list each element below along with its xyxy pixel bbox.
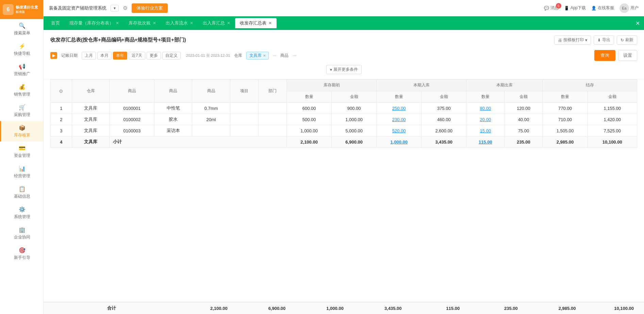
sidebar-item-quick[interactable]: ⚡ 快捷导航 <box>0 39 43 60</box>
tab-label: 首页 <box>51 20 60 26</box>
date-btn-last-month[interactable]: 上月 <box>82 52 96 60</box>
settings-btn[interactable]: 设置 <box>618 50 637 61</box>
tab-stock-dist[interactable]: 现存量（库存分布表） ✕ <box>65 18 124 28</box>
cell-dept <box>259 114 287 125</box>
cell-in-qty[interactable]: 250.00 <box>377 103 422 114</box>
sidebar-item-operations[interactable]: 📊 经营管理 <box>0 162 43 182</box>
cell-project <box>230 103 259 114</box>
tabs-close-all[interactable]: ✕ <box>634 19 641 28</box>
page-actions: 🖨 按模板打印 ▾ ⬇ 导出 ↻ 刷新 <box>554 35 637 45</box>
expand-icon: ▾ <box>330 67 332 72</box>
dropdown-label: ▾ <box>114 6 116 11</box>
tab-close-summary-io[interactable]: ✕ <box>227 21 230 26</box>
date-range-display: 2023-01-01 至 2023-12-31 <box>186 53 230 58</box>
tab-batch[interactable]: 库存批次账 ✕ <box>124 18 161 28</box>
tab-flow[interactable]: 出入库流水 ✕ <box>161 18 198 28</box>
cell-out-qty[interactable]: 20.00 <box>466 114 505 125</box>
cell-out-qty[interactable]: 15.00 <box>466 125 505 136</box>
sidebar-item-guide[interactable]: 🎯 新手引导 <box>0 244 43 264</box>
cell-in-qty[interactable]: 520.00 <box>377 125 422 136</box>
sidebar-item-system[interactable]: ⚙️ 系统管理 <box>0 203 43 223</box>
col-code-header: 商品 <box>110 80 154 103</box>
tab-recv-send[interactable]: 收发存汇总表 ✕ <box>235 18 277 28</box>
topbar-right: 💬 消息 6 📱 App下载 👤 在线客服 Ea 用户 <box>544 3 639 13</box>
sidebar: 6 畅捷通好生意 标准版 🔍 搜索菜单 ⚡ 快捷导航 📢 营销推广 💰 销售管理… <box>0 0 44 314</box>
sidebar-item-finance[interactable]: 💳 资金管理 <box>0 142 43 162</box>
table-row: 2 文具库 0100002 胶水 20ml 500.00 1,000.00 23… <box>51 114 637 125</box>
page-content: 收发存汇总表(按仓库+商品编码+商品+规格型号+项目+部门) 🖨 按模板打印 ▾… <box>44 30 644 314</box>
cell-init-amt: 5,000.00 <box>332 125 377 136</box>
sidebar-item-inventory[interactable]: 📦 库存核算 <box>0 121 43 142</box>
cell-init-qty: 600.00 <box>287 103 332 114</box>
cell-bal-amt: 1,155.00 <box>588 103 637 114</box>
tab-summary-io[interactable]: 出入库汇总 ✕ <box>198 18 235 28</box>
query-btn[interactable]: 查询 <box>594 50 615 61</box>
tab-close-batch[interactable]: ✕ <box>153 21 156 26</box>
cell-name: 中性笔 <box>154 103 192 114</box>
goods-more[interactable]: ··· <box>293 53 296 58</box>
date-btn-7days[interactable]: 近7天 <box>129 52 145 60</box>
cell-out-qty[interactable]: 80.00 <box>466 103 505 114</box>
col-bal-qty-header: 数量 <box>543 91 588 103</box>
filter-toggle-btn[interactable]: ▶ <box>50 52 57 59</box>
online-service-btn[interactable]: 👤 在线客服 <box>591 5 614 11</box>
date-btn-more[interactable]: 更多 <box>147 52 161 60</box>
warehouse-tag-close[interactable]: ✕ <box>263 54 266 57</box>
message-btn[interactable]: 💬 消息 6 <box>544 5 559 11</box>
cell-warehouse: 文具库 <box>72 114 110 125</box>
cell-bal-qty: 710.00 <box>543 114 588 125</box>
table-settings-icon[interactable]: ⚙ <box>59 88 63 94</box>
data-table: ⚙ 仓库 商品 商品 商品 项目 部门 库存期初 本期入库 本期出库 结存 <box>50 79 637 148</box>
date-btn-this-month[interactable]: 本月 <box>97 52 112 60</box>
expand-conditions-btn[interactable]: ▾ 展开更多条件 <box>326 65 362 74</box>
filter-area: ▶ 记账日期 上月 本月 本年 近7天 更多 自定义 2023-01-01 至 … <box>44 47 644 79</box>
tabs-bar: 首页 现存量（库存分布表） ✕ 库存批次账 ✕ 出入库流水 ✕ 出入库汇总 ✕ … <box>44 16 644 30</box>
cell-bal-amt: 1,420.00 <box>588 114 637 125</box>
date-btn-custom[interactable]: 自定义 <box>162 52 181 60</box>
tab-close-recv-send[interactable]: ✕ <box>268 21 272 26</box>
table-header-group: ⚙ 仓库 商品 商品 商品 项目 部门 库存期初 本期入库 本期出库 结存 <box>51 80 637 91</box>
subtotal-warehouse: 文具库 <box>72 136 110 148</box>
basic-icon: 📋 <box>19 186 26 192</box>
cell-code: 0100002 <box>110 114 154 125</box>
warehouse-tag-label: 文具库 <box>249 53 262 59</box>
tab-close-flow[interactable]: ✕ <box>190 21 193 26</box>
tab-label: 出入库流水 <box>166 20 188 26</box>
subtotal-out-qty: 115.00 <box>466 136 505 148</box>
sidebar-item-purchase[interactable]: 🛒 采购管理 <box>0 101 43 121</box>
purchase-icon: 🛒 <box>19 104 26 111</box>
gear-icon[interactable]: ⚙ <box>123 5 128 11</box>
sales-icon: 💰 <box>19 84 26 90</box>
cell-warehouse: 文具库 <box>72 103 110 114</box>
sidebar-item-sales[interactable]: 💰 销售管理 <box>0 80 43 101</box>
cell-code: 0100003 <box>110 125 154 136</box>
avatar-text: Ea <box>622 6 626 10</box>
experience-btn[interactable]: 体验行业方案 <box>132 3 168 13</box>
cell-in-qty[interactable]: 230.00 <box>377 114 422 125</box>
print-btn[interactable]: 🖨 按模板打印 ▾ <box>554 35 591 45</box>
app-download-btn[interactable]: 📱 App下载 <box>564 5 586 11</box>
tab-home[interactable]: 首页 <box>46 18 65 28</box>
system-dropdown[interactable]: ▾ <box>111 5 119 12</box>
sidebar-item-search[interactable]: 🔍 搜索菜单 <box>0 19 43 39</box>
table-footer: 合计 2,100.00 6,900.00 1,000.00 3,435.00 1… <box>44 302 644 314</box>
date-btn-this-year[interactable]: 本年 <box>113 52 127 60</box>
tab-close-stock-dist[interactable]: ✕ <box>116 21 119 26</box>
export-btn[interactable]: ⬇ 导出 <box>594 35 614 45</box>
warehouse-more[interactable]: ··· <box>273 53 276 58</box>
warehouse-tag: 文具库 ✕ <box>246 52 269 60</box>
cell-warehouse: 文具库 <box>72 125 110 136</box>
sidebar-item-marketing[interactable]: 📢 营销推广 <box>0 60 43 80</box>
app-logo: 6 畅捷通好生意 标准版 <box>0 0 43 19</box>
sidebar-item-enterprise[interactable]: 🏢 企业协同 <box>0 223 43 244</box>
table-wrapper: ⚙ 仓库 商品 商品 商品 项目 部门 库存期初 本期入库 本期出库 结存 <box>44 79 644 302</box>
main-area: 装备及固定资产辅助管理系统 ▾ ⚙ 体验行业方案 💬 消息 6 📱 App下载 … <box>44 0 644 314</box>
app-subtitle: 标准版 <box>16 10 38 14</box>
sidebar-item-label: 资金管理 <box>14 153 30 159</box>
col-spec-header: 商品 <box>192 80 230 103</box>
sidebar-item-basic[interactable]: 📋 基础信息 <box>0 182 43 203</box>
total-bal-amt: 10,100.00 <box>579 306 637 311</box>
subtotal-out-amt: 235.00 <box>505 136 543 148</box>
user-btn[interactable]: Ea 用户 <box>620 3 639 13</box>
refresh-btn[interactable]: ↻ 刷新 <box>617 35 637 45</box>
